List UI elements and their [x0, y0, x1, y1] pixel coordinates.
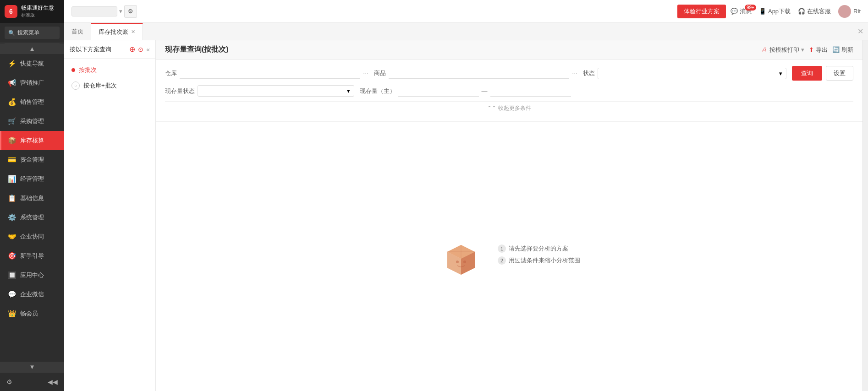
page-title: 现存量查询(按批次)	[165, 45, 229, 54]
left-item-by-warehouse-batch[interactable]: ○ 按仓库+批次	[64, 78, 155, 93]
settings-button[interactable]: 设置	[826, 66, 853, 81]
print-button[interactable]: 🖨 按模板打印 ▾	[762, 46, 804, 54]
online-service-badge[interactable]: 🎧 在线客服	[798, 7, 831, 16]
sidebar-item-newbie[interactable]: 🎯 新手引导	[0, 246, 64, 266]
tab-close-icon[interactable]: ✕	[131, 29, 135, 35]
tab-inventory-batch-label: 库存批次账	[99, 28, 128, 36]
filter-area: 仓库 ··· 商品 ··· 状态 ▾	[156, 60, 863, 122]
stock-quantity-min-input[interactable]	[398, 86, 479, 97]
quick-nav-icon: ⚡	[8, 60, 16, 68]
sidebar-header: 6 畅康通好生意 标准版	[0, 0, 64, 23]
empty-tip-1: 1 请先选择要分析的方案	[498, 244, 580, 253]
settings-scheme-button[interactable]: ⊙	[138, 46, 143, 53]
member-icon: 👑	[8, 310, 16, 318]
topbar-input-group: ▾	[71, 6, 122, 16]
experience-button[interactable]: 体验行业方案	[677, 5, 726, 18]
main-content: ▾ ⚙ 体验行业方案 💬 消息 99+ 📱 App下载 🎧 在线客服 Rit	[64, 0, 868, 391]
sales-icon: 💰	[8, 98, 16, 106]
tabbar: 首页 库存批次账 ✕ ✕	[64, 23, 868, 40]
product-label: 商品	[374, 69, 386, 77]
stock-quantity-dash: —	[482, 87, 488, 94]
footer-collapse-button[interactable]: ◀◀	[46, 376, 60, 387]
warehouse-dots[interactable]: ···	[363, 70, 368, 77]
user-profile[interactable]: Rit	[838, 5, 861, 18]
print-icon: 🖨	[762, 46, 768, 53]
page-header: 现存量查询(按批次) 🖨 按模板打印 ▾ ⬆ 导出 🔄 刷新	[156, 40, 863, 60]
left-item-by-batch-label: 按批次	[79, 66, 97, 74]
status-label: 状态	[583, 69, 595, 77]
export-button[interactable]: ⬆ 导出	[809, 46, 828, 54]
status-select[interactable]: ▾	[598, 68, 786, 79]
tab-home[interactable]: 首页	[64, 23, 91, 40]
stock-status-select[interactable]: ▾	[198, 85, 354, 97]
user-name: Rit	[853, 8, 861, 15]
tip-num-2: 2	[498, 256, 506, 265]
enterprise-icon: 🤝	[8, 233, 16, 241]
purchase-icon: 🛒	[8, 117, 16, 125]
tab-home-label: 首页	[71, 27, 83, 36]
system-icon: ⚙️	[8, 213, 16, 222]
collapse-more-button[interactable]: ⌃⌃ 收起更多条件	[165, 101, 853, 115]
refresh-icon: 🔄	[832, 46, 840, 53]
left-panel: 按以下方案查询 ⊕ ⊙ « 按批次 ○ 按仓库+批次	[64, 40, 156, 391]
refresh-button[interactable]: 🔄 刷新	[832, 46, 853, 54]
sidebar-item-management[interactable]: 📊 经营管理	[0, 169, 64, 189]
collapse-left-panel-button[interactable]: «	[146, 46, 150, 53]
product-input[interactable]	[389, 68, 569, 79]
topbar-search-input[interactable]	[71, 6, 117, 16]
messages-badge[interactable]: 💬 消息 99+	[731, 7, 752, 16]
query-button[interactable]: 查询	[792, 66, 822, 81]
sidebar-item-marketing[interactable]: 📢 营销推广	[0, 73, 64, 92]
tab-inventory-batch[interactable]: 库存批次账 ✕	[91, 23, 143, 40]
topbar-right: 💬 消息 99+ 📱 App下载 🎧 在线客服 Rit	[731, 5, 861, 18]
sidebar-item-enterprise[interactable]: 🤝 企业协同	[0, 227, 64, 246]
app-logo: 6	[5, 5, 17, 18]
add-scheme-button[interactable]: ⊕	[129, 45, 135, 54]
footer-settings-button[interactable]: ⚙	[5, 376, 14, 387]
export-icon: ⬆	[809, 46, 814, 53]
app-download-badge[interactable]: 📱 App下载	[759, 7, 791, 16]
sidebar-item-inventory[interactable]: 📦 库存核算	[0, 131, 64, 150]
finance-icon: 💳	[8, 156, 16, 164]
sidebar-item-purchase[interactable]: 🛒 采购管理	[0, 112, 64, 131]
warehouse-input[interactable]	[180, 68, 360, 79]
sidebar-item-quick-nav[interactable]: ⚡ 快捷导航	[0, 54, 64, 73]
status-filter-group: 状态 ▾	[583, 68, 786, 79]
sidebar-item-finance[interactable]: 💳 资金管理	[0, 150, 64, 169]
sidebar-nav: ⚡ 快捷导航 📢 营销推广 💰 销售管理 🛒 采购管理 📦 库存核算 💳 资金管…	[0, 54, 64, 362]
stock-quantity-max-input[interactable]	[490, 86, 571, 97]
sidebar-item-basic[interactable]: 📋 基础信息	[0, 189, 64, 208]
apps-icon: 🔲	[8, 271, 16, 279]
sidebar-item-member[interactable]: 👑 畅会员	[0, 304, 64, 323]
warehouse-label: 仓库	[165, 69, 177, 77]
app-version: 标准版	[21, 12, 54, 18]
content-area: 按以下方案查询 ⊕ ⊙ « 按批次 ○ 按仓库+批次	[64, 40, 868, 391]
left-panel-actions: ⊕ ⊙ «	[129, 45, 150, 54]
left-item-by-batch[interactable]: 按批次	[64, 62, 155, 78]
sidebar-item-wechat[interactable]: 💬 企业微信	[0, 285, 64, 304]
sidebar-scroll-up-button[interactable]: ▲	[0, 43, 64, 54]
right-panel: 现存量查询(按批次) 🖨 按模板打印 ▾ ⬆ 导出 🔄 刷新	[156, 40, 863, 391]
empty-text-container: 1 请先选择要分析的方案 2 用过滤条件来缩小分析范围	[498, 244, 580, 268]
topbar-gear-button[interactable]: ⚙	[124, 5, 137, 18]
sidebar-scroll-down-button[interactable]: ▼	[0, 362, 64, 372]
empty-illustration	[438, 234, 484, 279]
status-select-dropdown-icon: ▾	[779, 70, 782, 77]
search-menu-button[interactable]: 🔍 搜索菜单	[5, 27, 60, 39]
inventory-icon: 📦	[8, 136, 16, 145]
stock-status-filter-group: 现存量状态 ▾	[165, 85, 354, 97]
sidebar: 6 畅康通好生意 标准版 🔍 搜索菜单 ▲ ⚡ 快捷导航 📢 营销推广 💰 销售…	[0, 0, 64, 391]
svg-point-7	[463, 261, 466, 263]
sidebar-item-sales[interactable]: 💰 销售管理	[0, 92, 64, 112]
topbar: ▾ ⚙ 体验行业方案 💬 消息 99+ 📱 App下载 🎧 在线客服 Rit	[64, 0, 868, 23]
left-panel-title: 按以下方案查询	[70, 45, 111, 54]
sidebar-item-system[interactable]: ⚙️ 系统管理	[0, 208, 64, 227]
left-panel-header: 按以下方案查询 ⊕ ⊙ «	[64, 40, 155, 59]
tip-num-1: 1	[498, 244, 506, 253]
wechat-icon: 💬	[8, 290, 16, 299]
newbie-icon: 🎯	[8, 252, 16, 260]
product-dots[interactable]: ···	[572, 70, 577, 77]
tab-close-all-button[interactable]: ✕	[853, 27, 868, 36]
sidebar-item-apps[interactable]: 🔲 应用中心	[0, 266, 64, 285]
stock-status-label: 现存量状态	[165, 87, 195, 95]
